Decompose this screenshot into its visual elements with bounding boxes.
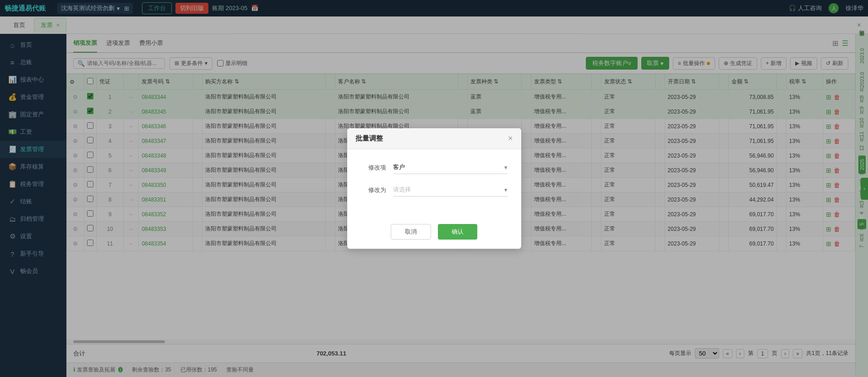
modify-target-placeholder: 请选择	[393, 186, 411, 194]
modify-field-label: 修改项	[361, 164, 386, 172]
modal-footer: 取消 确认	[347, 217, 521, 249]
modify-field-select[interactable]: 客户 ▾	[393, 161, 508, 174]
modal-cancel-button[interactable]: 取消	[391, 224, 431, 240]
modify-target-row: 修改为 请选择 ▾	[361, 183, 508, 197]
modify-field-value: 客户	[393, 163, 405, 171]
modal-close-button[interactable]: ×	[508, 134, 513, 143]
target-dropdown-icon: ▾	[504, 186, 508, 193]
modal-title: 批量调整	[355, 134, 383, 143]
modal-confirm-button[interactable]: 确认	[438, 224, 477, 240]
batch-adjust-modal: 批量调整 × 修改项 客户 ▾ 修改为 请选择 ▾ 取消 确认	[347, 128, 521, 249]
modal-header: 批量调整 ×	[347, 128, 521, 149]
modify-target-select[interactable]: 请选择 ▾	[393, 183, 508, 197]
modal-overlay: 批量调整 × 修改项 客户 ▾ 修改为 请选择 ▾ 取消 确认	[0, 0, 868, 377]
modal-body: 修改项 客户 ▾ 修改为 请选择 ▾	[347, 149, 521, 217]
modify-field-row: 修改项 客户 ▾	[361, 161, 508, 174]
modify-target-label: 修改为	[361, 186, 386, 194]
field-dropdown-icon: ▾	[504, 164, 508, 171]
